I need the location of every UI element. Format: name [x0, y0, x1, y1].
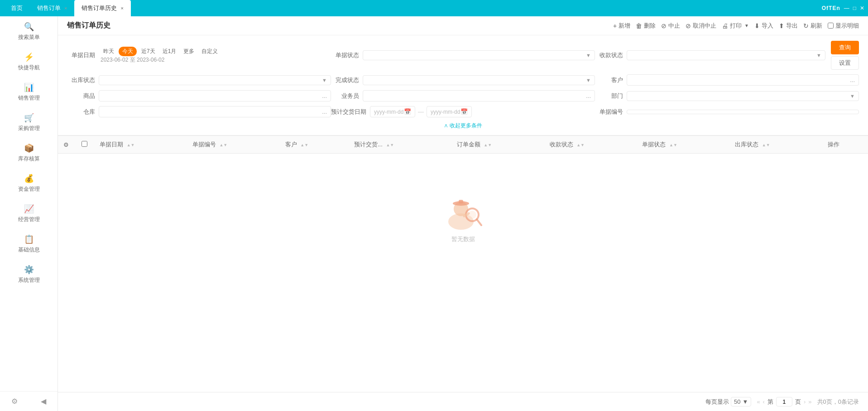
- sidebar-item-finance[interactable]: 💰 资金管理: [0, 168, 58, 198]
- out-stock-label: 出库状态: [67, 76, 99, 84]
- print-button[interactable]: 🖨 打印 ▼: [722, 22, 749, 30]
- th-out-stock-status[interactable]: 出库状态 ▲▼: [729, 136, 822, 154]
- sidebar-item-basic-info[interactable]: 📋 基础信息: [0, 229, 58, 259]
- export-icon: ⬆: [779, 22, 784, 29]
- shortcut-7days[interactable]: 近7天: [139, 47, 158, 56]
- empty-illustration: [436, 190, 490, 235]
- cancel-stop-button[interactable]: ⊘ 取消中止: [686, 22, 716, 30]
- customer-filter-group: 客户 ...: [595, 74, 859, 86]
- product-input[interactable]: ...: [99, 90, 331, 102]
- tab-home-label: 首页: [11, 4, 23, 12]
- page-input[interactable]: [776, 397, 792, 406]
- tab-sales-order[interactable]: 销售订单 ×: [30, 0, 74, 16]
- last-page-btn[interactable]: »: [808, 398, 811, 405]
- th-order-status[interactable]: 单据状态 ▲▼: [637, 136, 729, 154]
- tab-sales-order-history[interactable]: 销售订单历史 ×: [74, 0, 130, 16]
- table-header-row: ⚙ 单据日期 ▲▼ 单据编号 ▲▼ 客户: [58, 136, 868, 154]
- sidebar-item-sales[interactable]: 📊 销售管理: [0, 77, 58, 107]
- collapse-up-icon: ∧: [444, 122, 448, 129]
- shortcut-custom[interactable]: 自定义: [199, 47, 221, 56]
- date-range-separator: —: [418, 108, 424, 115]
- add-button[interactable]: + 新增: [613, 22, 630, 30]
- expected-date-end[interactable]: yyyy-mm-dd 📅: [427, 106, 472, 117]
- warehouse-label: 仓库: [67, 108, 99, 116]
- sidebar-collapse-icon[interactable]: ◀: [41, 397, 46, 406]
- th-settings[interactable]: ⚙: [58, 136, 76, 154]
- tab-sales-order-history-label: 销售订单历史: [82, 4, 117, 12]
- warehouse-input[interactable]: ...: [99, 106, 331, 117]
- window-min-btn[interactable]: —: [844, 5, 849, 11]
- tab-sales-order-history-close[interactable]: ×: [120, 5, 123, 11]
- cancel-stop-icon: ⊘: [686, 22, 691, 29]
- th-order-no[interactable]: 单据编号 ▲▼: [187, 136, 280, 154]
- date-filter-content: 昨天 今天 近7天 近1月 更多 自定义 2023-06-02 至 2023-0…: [99, 47, 221, 64]
- sort-out-stock-icon: ▲▼: [762, 143, 770, 147]
- sidebar-item-search[interactable]: 🔍 搜索菜单: [0, 16, 58, 47]
- th-customer-label: 客户: [285, 141, 297, 148]
- sidebar: 🔍 搜索菜单 ⚡ 快捷导航 📊 销售管理 🛒 采购管理 📦 库存核算 💰 资金管…: [0, 16, 58, 411]
- display-toggle[interactable]: 显示明细: [828, 22, 859, 30]
- shortcut-more[interactable]: 更多: [181, 47, 197, 56]
- th-checkbox[interactable]: [76, 136, 94, 154]
- department-filter-group: 部门 ▼: [595, 91, 859, 101]
- tab-sales-order-close[interactable]: ×: [64, 5, 67, 11]
- status-select[interactable]: ▼: [363, 50, 595, 60]
- sidebar-item-inventory[interactable]: 📦 库存核算: [0, 138, 58, 168]
- import-icon: ⬇: [754, 22, 760, 29]
- window-max-btn[interactable]: □: [853, 5, 856, 11]
- export-button[interactable]: ⬆ 导出: [779, 22, 798, 30]
- page-size-label: 每页显示: [705, 398, 729, 406]
- filter-row-4: 仓库 ... 预计交货日期 yyyy-mm-dd 📅 — yyyy-mm-dd …: [67, 106, 859, 117]
- customer-label: 客户: [595, 76, 627, 84]
- shortcut-1month[interactable]: 近1月: [160, 47, 179, 56]
- out-stock-select[interactable]: ▼: [99, 75, 331, 85]
- next-page-btn[interactable]: ›: [804, 398, 806, 405]
- delete-icon: 🗑: [636, 22, 642, 29]
- delete-button[interactable]: 🗑 删除: [636, 22, 656, 30]
- status-chevron-icon: ▼: [586, 53, 591, 58]
- sidebar-item-system[interactable]: ⚙️ 系统管理: [0, 259, 58, 290]
- th-customer[interactable]: 客户 ▲▼: [280, 136, 349, 154]
- salesperson-input[interactable]: ...: [363, 90, 595, 102]
- customer-input[interactable]: ...: [627, 74, 859, 86]
- expected-date-start[interactable]: yyyy-mm-dd 📅: [370, 106, 415, 117]
- refresh-button[interactable]: ↻ 刷新: [803, 22, 822, 30]
- expected-date-label: 预计交货日期: [331, 108, 370, 116]
- sidebar-item-search-label: 搜索菜单: [18, 34, 40, 41]
- toolbar: + 新增 🗑 删除 ⊘ 中止 ⊘ 取消中止 🖨 打印: [613, 22, 859, 30]
- add-label: 新增: [619, 22, 630, 30]
- stop-button[interactable]: ⊘ 中止: [661, 22, 680, 30]
- collapse-bar[interactable]: ∧ 收起更多条件: [67, 122, 859, 130]
- import-button[interactable]: ⬇ 导入: [754, 22, 773, 30]
- sidebar-item-basic-info-label: 基础信息: [18, 246, 40, 254]
- sort-order-no-icon: ▲▼: [219, 143, 227, 147]
- th-date[interactable]: 单据日期 ▲▼: [94, 136, 187, 154]
- window-close-btn[interactable]: ✕: [860, 5, 864, 11]
- select-all-checkbox[interactable]: [82, 141, 87, 147]
- out-stock-chevron-icon: ▼: [322, 77, 327, 83]
- set-button[interactable]: 设置: [831, 56, 859, 70]
- expected-date-filter-group: 预计交货日期 yyyy-mm-dd 📅 — yyyy-mm-dd 📅: [331, 106, 595, 117]
- cancel-stop-label: 取消中止: [693, 22, 716, 30]
- sidebar-item-operations[interactable]: 📈 经营管理: [0, 198, 58, 229]
- page-size-box[interactable]: 50 ▼: [731, 397, 751, 406]
- order-no-input[interactable]: [627, 110, 859, 114]
- display-toggle-checkbox[interactable]: [828, 23, 834, 29]
- tab-home[interactable]: 首页: [4, 0, 30, 16]
- sidebar-settings-icon[interactable]: ⚙: [11, 397, 18, 406]
- complete-select[interactable]: ▼: [363, 75, 595, 85]
- department-select[interactable]: ▼: [627, 91, 859, 101]
- th-expected-date[interactable]: 预计交货... ▲▼: [349, 136, 451, 154]
- prev-page-btn[interactable]: ‹: [763, 398, 765, 405]
- shortcut-yesterday[interactable]: 昨天: [101, 47, 117, 56]
- query-button[interactable]: 查询: [831, 41, 859, 54]
- pay-status-select[interactable]: ▼: [627, 50, 825, 60]
- display-toggle-label: 显示明细: [835, 22, 859, 30]
- filter-row-3: 商品 ... 业务员 ... 部门 ▼: [67, 90, 859, 102]
- shortcut-today[interactable]: 今天: [119, 47, 137, 56]
- th-pay-status[interactable]: 收款状态 ▲▼: [544, 136, 637, 154]
- first-page-btn[interactable]: «: [757, 398, 760, 405]
- sidebar-item-purchase[interactable]: 🛒 采购管理: [0, 107, 58, 138]
- sidebar-item-quick-nav[interactable]: ⚡ 快捷导航: [0, 47, 58, 77]
- th-amount[interactable]: 订单金额 ▲▼: [451, 136, 544, 154]
